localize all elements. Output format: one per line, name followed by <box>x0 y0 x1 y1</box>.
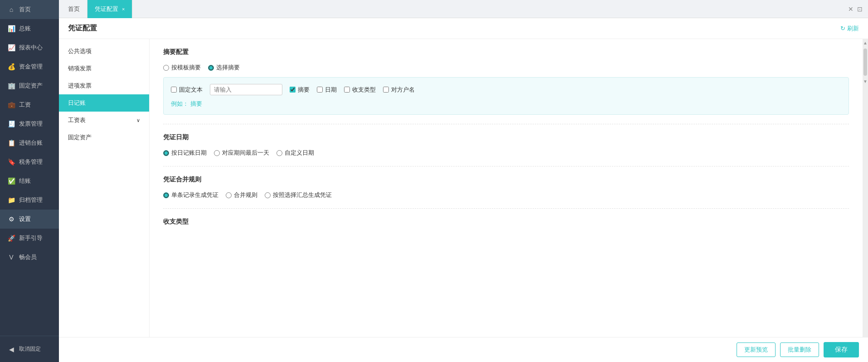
left-nav-item-diary[interactable]: 日记账 <box>59 94 149 112</box>
date-checkbox[interactable]: 日期 <box>317 86 337 94</box>
sidebar-item-home[interactable]: ⌂ 首页 <box>0 0 59 19</box>
tab-home-tab[interactable]: 首页 <box>61 0 87 18</box>
archive-icon: 📁 <box>7 196 15 204</box>
scroll-down-arrow[interactable]: ▼ <box>862 78 868 85</box>
fixed-text-checkbox[interactable]: 固定文本 <box>171 86 203 94</box>
by-record-date-input[interactable] <box>163 150 169 156</box>
refresh-button[interactable]: ↻ 刷新 <box>840 24 859 33</box>
summary-example-row: 例如： 摘要 <box>171 100 841 108</box>
fixed-text-field[interactable] <box>210 84 282 95</box>
sidebar-item-invoice[interactable]: 🧾 发票管理 <box>0 114 59 133</box>
close-window-btn[interactable]: ✕ <box>848 5 853 13</box>
merge-section-title: 凭证合并规则 <box>163 176 849 184</box>
summary-checkbox[interactable]: 摘要 <box>290 86 310 94</box>
sidebar: ⌂ 首页 📊 总账 📈 报表中心 💰 资金管理 🏢 固定资产 💼 工资 🧾 发票… <box>0 0 59 362</box>
date-check-input[interactable] <box>317 87 323 93</box>
sidebar-item-tax[interactable]: 🔖 税务管理 <box>0 152 59 171</box>
single-record-label: 单条记录生成凭证 <box>171 191 218 199</box>
save-button[interactable]: 保存 <box>824 342 859 357</box>
sidebar-item-fund[interactable]: 💰 资金管理 <box>0 57 59 76</box>
left-nav-item-sales-invoice[interactable]: 销项发票 <box>59 60 149 77</box>
left-nav-item-salary-table[interactable]: 工资表∨ <box>59 112 149 129</box>
last-period-day-radio[interactable]: 对应期间最后一天 <box>214 149 269 157</box>
merge-rule-radio[interactable]: 合并规则 <box>226 191 257 199</box>
invoice-icon: 🧾 <box>7 120 15 127</box>
update-preview-button[interactable]: 更新预览 <box>737 342 776 357</box>
sidebar-item-report[interactable]: 📈 报表中心 <box>0 38 59 57</box>
refresh-label: 刷新 <box>847 24 859 33</box>
scrollbar[interactable]: ▲ ▼ <box>863 39 868 337</box>
income-type-checkbox[interactable]: 收支类型 <box>344 86 376 94</box>
fund-icon: 💰 <box>7 63 15 70</box>
sidebar-label-member: 畅会员 <box>19 253 37 261</box>
merge-rule-input[interactable] <box>226 192 232 198</box>
refresh-icon: ↻ <box>840 25 845 32</box>
template-summary-radio[interactable]: 按模板摘要 <box>163 64 201 72</box>
date-radio-group: 按日记账日期 对应期间最后一天 自定义日期 <box>163 149 849 157</box>
by-record-date-radio[interactable]: 按日记账日期 <box>163 149 207 157</box>
sidebar-label-purchase-sales: 进销台账 <box>19 139 43 147</box>
fixed-text-label: 固定文本 <box>179 86 203 94</box>
scroll-thumb[interactable] <box>863 49 867 76</box>
left-nav-item-fixed-asset-nav[interactable]: 固定资产 <box>59 129 149 146</box>
page-wrapper: 凭证配置 ↻ 刷新 公共选项销项发票进项发票日记账工资表∨固定资产 摘要配置 <box>59 18 868 362</box>
select-summary-radio[interactable]: 选择摘要 <box>208 64 240 72</box>
fixed-text-input[interactable] <box>171 87 177 93</box>
income-type-check-input[interactable] <box>344 87 350 93</box>
left-nav-item-purchase-invoice[interactable]: 进项发票 <box>59 77 149 94</box>
guide-icon: 🚀 <box>7 235 15 242</box>
sidebar-label-settle: 结账 <box>19 177 31 185</box>
summary-checkbox-row: 固定文本 摘要 日期 <box>171 84 841 95</box>
tab-label-voucher-config-tab: 凭证配置 <box>95 5 118 13</box>
template-summary-label: 按模板摘要 <box>171 64 201 72</box>
sidebar-item-guide[interactable]: 🚀 新手引导 <box>0 229 59 248</box>
restore-window-btn[interactable]: ⊡ <box>857 5 863 13</box>
select-summary-merge-radio[interactable]: 按照选择汇总生成凭证 <box>265 191 332 199</box>
date-section: 凭证日期 按日记账日期 对应期间最后一天 <box>163 133 849 166</box>
single-record-input[interactable] <box>163 192 169 198</box>
counterpart-check-input[interactable] <box>383 87 389 93</box>
batch-delete-button[interactable]: 批量删除 <box>780 342 819 357</box>
last-period-day-input[interactable] <box>214 150 220 156</box>
sidebar-item-salary[interactable]: 💼 工资 <box>0 95 59 114</box>
ledger-icon: 📊 <box>7 25 15 32</box>
select-summary-merge-input[interactable] <box>265 192 271 198</box>
sidebar-item-archive[interactable]: 📁 归档管理 <box>0 191 59 210</box>
salary-icon: 💼 <box>7 101 15 108</box>
example-value: 摘要 <box>190 100 202 107</box>
purchase-sales-icon: 📋 <box>7 139 15 147</box>
sidebar-item-ledger[interactable]: 📊 总账 <box>0 19 59 38</box>
single-record-radio[interactable]: 单条记录生成凭证 <box>163 191 218 199</box>
sidebar-unpin[interactable]: ◀ 取消固定 <box>0 340 59 358</box>
sidebar-label-home: 首页 <box>19 5 31 14</box>
income-type-checkbox-label: 收支类型 <box>352 86 376 94</box>
select-summary-merge-label: 按照选择汇总生成凭证 <box>273 191 332 199</box>
member-icon: V <box>7 254 15 261</box>
left-nav-label-sales-invoice: 销项发票 <box>68 64 92 73</box>
sidebar-label-salary: 工资 <box>19 101 31 109</box>
custom-date-radio[interactable]: 自定义日期 <box>276 149 314 157</box>
sidebar-item-settings[interactable]: ⚙ 设置 <box>0 210 59 229</box>
summary-config-box: 固定文本 摘要 日期 <box>163 77 849 115</box>
sidebar-item-member[interactable]: V 畅会员 <box>0 248 59 267</box>
sidebar-item-settle[interactable]: ✅ 结账 <box>0 171 59 191</box>
page-header: 凭证配置 ↻ 刷新 <box>59 18 868 39</box>
settle-icon: ✅ <box>7 177 15 185</box>
sidebar-item-fixed-asset[interactable]: 🏢 固定资产 <box>0 76 59 95</box>
scroll-up-arrow[interactable]: ▲ <box>862 39 868 47</box>
sidebar-bottom: ◀ 取消固定 <box>0 336 59 362</box>
custom-date-input[interactable] <box>276 150 282 156</box>
summary-check-input[interactable] <box>290 87 296 93</box>
sidebar-item-purchase-sales[interactable]: 📋 进销台账 <box>0 133 59 152</box>
counterpart-checkbox[interactable]: 对方户名 <box>383 86 415 94</box>
template-summary-input[interactable] <box>163 65 169 71</box>
sidebar-label-ledger: 总账 <box>19 24 31 33</box>
left-nav-item-public[interactable]: 公共选项 <box>59 43 149 60</box>
tab-close-voucher-config-tab[interactable]: × <box>122 6 125 12</box>
counterpart-checkbox-label: 对方户名 <box>391 86 415 94</box>
tab-voucher-config-tab[interactable]: 凭证配置× <box>87 0 132 18</box>
date-section-title: 凭证日期 <box>163 133 849 142</box>
select-summary-input[interactable] <box>208 65 214 71</box>
tab-bar: 首页凭证配置× ✕ ⊡ <box>59 0 868 18</box>
left-nav-label-diary: 日记账 <box>68 99 86 107</box>
